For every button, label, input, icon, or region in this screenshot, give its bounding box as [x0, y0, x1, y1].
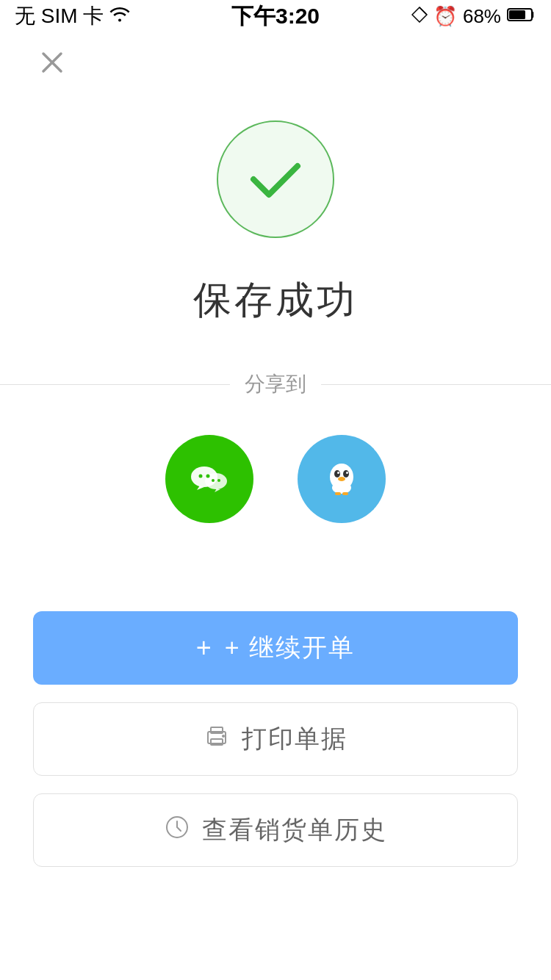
svg-rect-18: [342, 492, 348, 495]
wechat-share-button[interactable]: [165, 435, 253, 523]
svg-point-6: [199, 475, 203, 478]
share-icons: [0, 435, 551, 523]
share-section: 分享到: [0, 370, 551, 574]
view-history-label: 查看销货单历史: [202, 813, 387, 847]
qq-share-button[interactable]: [298, 435, 386, 523]
qq-icon: [316, 453, 367, 505]
checkmark-icon: [242, 146, 309, 212]
battery-icon: [507, 5, 536, 28]
svg-point-7: [206, 475, 210, 478]
action-buttons: + + 继续开单 打印单据 查看销货单历史: [33, 611, 518, 867]
svg-point-8: [212, 479, 215, 482]
svg-point-11: [334, 470, 340, 478]
printer-icon: [204, 723, 230, 755]
close-button[interactable]: [34, 44, 71, 81]
svg-point-14: [346, 472, 348, 474]
continue-order-label: + 继续开单: [225, 631, 355, 665]
svg-point-22: [222, 735, 225, 738]
svg-point-9: [217, 479, 220, 482]
history-icon: [164, 814, 190, 846]
plus-icon: +: [196, 633, 213, 663]
share-divider: 分享到: [0, 370, 551, 398]
svg-rect-1: [509, 10, 525, 19]
view-history-button[interactable]: 查看销货单历史: [33, 793, 518, 867]
svg-point-13: [337, 472, 339, 474]
location-icon: [411, 5, 428, 28]
status-bar-right: ⏰ 68%: [411, 5, 536, 28]
alarm-icon: ⏰: [433, 5, 457, 28]
main-content: 保存成功 分享到: [0, 32, 551, 867]
share-label: 分享到: [230, 370, 321, 398]
no-sim-label: 无 SIM 卡: [15, 2, 104, 30]
status-bar: 无 SIM 卡 下午3:20 ⏰ 68%: [0, 0, 551, 32]
svg-point-16: [332, 482, 351, 494]
wifi-icon: [109, 4, 130, 28]
success-circle: [217, 120, 334, 238]
print-label: 打印单据: [242, 722, 347, 756]
svg-point-12: [343, 470, 349, 478]
status-bar-left: 无 SIM 卡: [15, 2, 130, 30]
status-bar-time: 下午3:20: [231, 1, 320, 32]
wechat-icon: [184, 453, 235, 505]
svg-rect-17: [335, 492, 341, 495]
battery-percent: 68%: [463, 5, 501, 28]
print-button[interactable]: 打印单据: [33, 702, 518, 776]
continue-order-button[interactable]: + + 继续开单: [33, 611, 518, 685]
success-title: 保存成功: [193, 275, 358, 326]
svg-point-15: [338, 477, 345, 481]
